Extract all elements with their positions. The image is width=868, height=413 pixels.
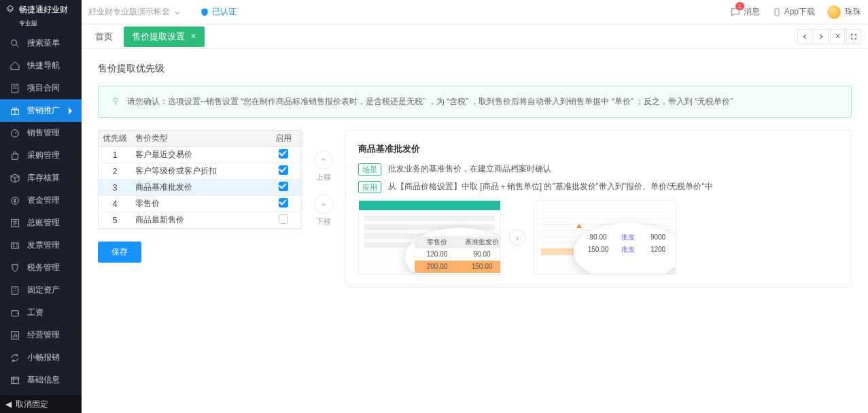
svg-point-0 [12, 39, 17, 45]
row-enable[interactable] [266, 198, 301, 210]
svg-rect-6 [12, 243, 19, 248]
tab-close-all-button[interactable]: ✕ [830, 29, 845, 44]
bub-cell: 90.00 [459, 248, 501, 261]
nav-search[interactable]: 搜索菜单 [0, 32, 82, 54]
detail-title: 商品基准批发价 [358, 143, 839, 155]
row-enable[interactable] [266, 182, 301, 193]
tab-next-button[interactable] [814, 29, 829, 44]
tenant-selector[interactable]: 好业财专业版演示帐套 [88, 6, 181, 18]
chart-icon [10, 330, 20, 341]
pin-label: 取消固定 [16, 399, 48, 410]
nav-sales[interactable]: 销售管理 [0, 122, 82, 144]
row-enable[interactable] [266, 214, 301, 226]
nav-label: 采购管理 [27, 150, 60, 161]
nav-assets[interactable]: 固定资产 [0, 279, 82, 301]
nav-inventory[interactable]: 库存核算 [0, 167, 82, 189]
bub-cell: 批发 [613, 244, 643, 256]
detail-panel: 商品基准批发价 场景批发业务的基准售价，在建立商品档案时确认 应用从【商品价格设… [345, 130, 852, 288]
table-header: 优先级 售价类型 启用 [99, 131, 301, 147]
nav-label: 小畅报销 [27, 352, 60, 363]
table-row[interactable]: 2客户等级价或客户折扣 [99, 163, 301, 180]
row-idx: 4 [99, 199, 131, 209]
nav-salary[interactable]: 工资 [0, 301, 82, 324]
chevron-down-icon [174, 9, 181, 16]
table-row[interactable]: 5商品最新售价 [99, 212, 301, 229]
building-icon [10, 285, 20, 296]
save-button[interactable]: 保存 [98, 242, 141, 263]
svg-rect-1 [12, 84, 18, 93]
table-row-selected[interactable]: 3商品基准批发价 [99, 180, 301, 196]
checkbox-icon[interactable] [279, 149, 288, 159]
checkbox-icon[interactable] [279, 182, 288, 191]
bub-cell: 90.00 [583, 231, 613, 244]
user-name: 珠珠 [845, 6, 861, 18]
topbar: 好业财专业版演示帐套 已认证 消息 1 App下载 珠珠 [82, 0, 868, 24]
checkbox-icon[interactable] [279, 214, 288, 224]
nav-list: 搜索菜单 快捷导航 项目合同 营销推广 销售管理 采购管理 库存核算 资金管理 … [0, 29, 82, 413]
col-header-enable: 启用 [266, 133, 301, 144]
apply-text: 从【商品价格设置】中取 [商品＋销售单位] 的"基准批发价"带入到"报价、单价/… [388, 181, 713, 193]
row-enable[interactable] [266, 165, 301, 177]
app-download-button[interactable]: App下载 [772, 6, 815, 18]
checkbox-icon[interactable] [279, 165, 288, 175]
tenant-name: 好业财专业版演示帐套 [88, 6, 170, 18]
table-row[interactable]: 1客户最近交易价 [99, 147, 301, 163]
svg-point-13 [114, 98, 118, 102]
move-down-label: 下移 [316, 216, 331, 227]
pin-toggle[interactable]: ◀ 取消固定 [0, 395, 82, 413]
bub-cell: 150.00 [583, 244, 613, 256]
document-icon [10, 83, 20, 94]
illustration-left: 零售价基准批发价 120.0090.00 200.00150.00 [358, 200, 501, 275]
nav-reimburse[interactable]: 小畅报销 [0, 346, 82, 369]
nav-label: 搜索菜单 [27, 37, 60, 49]
bub-h1: 零售价 [415, 236, 459, 248]
move-up-button[interactable]: 上移 [314, 150, 333, 182]
nav-tax[interactable]: 税务管理 [0, 257, 82, 279]
nav-project[interactable]: 项目合同 [0, 77, 82, 99]
row-type: 零售价 [131, 198, 266, 210]
avatar-icon [827, 5, 841, 19]
content-area: 售价提取优先级 请您确认：选项设置--销售设置 “您在制作商品标准销售报价表时，… [82, 49, 868, 413]
nav-funds[interactable]: 资金管理 [0, 189, 82, 212]
svg-rect-10 [12, 377, 19, 383]
table-row[interactable]: 4零售价 [99, 196, 301, 212]
nav-label: 基础信息 [27, 374, 60, 386]
bub-cell: 120.00 [415, 248, 459, 261]
move-up-label: 上移 [316, 172, 331, 182]
brand-logo: 畅捷通好业财 [0, 0, 82, 19]
fullscreen-button[interactable] [846, 29, 861, 44]
nav-label: 快捷导航 [27, 60, 60, 71]
tab-active[interactable]: 售价提取设置 ✕ [124, 27, 205, 47]
tab-home[interactable]: 首页 [88, 27, 120, 47]
row-type: 客户等级价或客户折扣 [131, 165, 266, 177]
nav-marketing[interactable]: 营销推广 [0, 99, 82, 122]
tab-active-label: 售价提取设置 [132, 31, 185, 43]
ledger-icon [10, 218, 20, 229]
row-idx: 2 [99, 167, 131, 176]
tab-prev-button[interactable] [797, 29, 812, 44]
checkbox-icon[interactable] [279, 198, 288, 208]
row-idx: 1 [99, 150, 131, 160]
nav-quick[interactable]: 快捷导航 [0, 54, 82, 77]
nav-basic[interactable]: 基础信息 [0, 369, 82, 391]
row-type: 商品基准批发价 [131, 182, 266, 193]
close-icon[interactable]: ✕ [190, 32, 196, 41]
move-down-button[interactable]: 下移 [314, 195, 333, 227]
row-type: 客户最近交易价 [131, 149, 266, 161]
nav-ledger[interactable]: 总账管理 [0, 212, 82, 234]
nav-purchase[interactable]: 采购管理 [0, 144, 82, 167]
verified-badge: 已认证 [200, 6, 237, 18]
bub-cell: 1200 [643, 244, 673, 256]
dial-icon [10, 128, 20, 139]
messages-button[interactable]: 消息 1 [730, 6, 760, 18]
svg-rect-12 [775, 8, 779, 16]
user-menu[interactable]: 珠珠 [827, 5, 861, 19]
bubble-right: 90.00批发9000 150.00批发1200 [574, 223, 676, 275]
list-icon [10, 375, 20, 386]
messages-badge: 1 [735, 2, 744, 10]
sidebar: 畅捷通好业财 专业版 搜索菜单 快捷导航 项目合同 营销推广 销售管理 采购管理… [0, 0, 82, 413]
nav-operation[interactable]: 经营管理 [0, 324, 82, 346]
row-enable[interactable] [266, 149, 301, 161]
nav-invoice[interactable]: 发票管理 [0, 234, 82, 257]
messages-label: 消息 [744, 6, 760, 18]
